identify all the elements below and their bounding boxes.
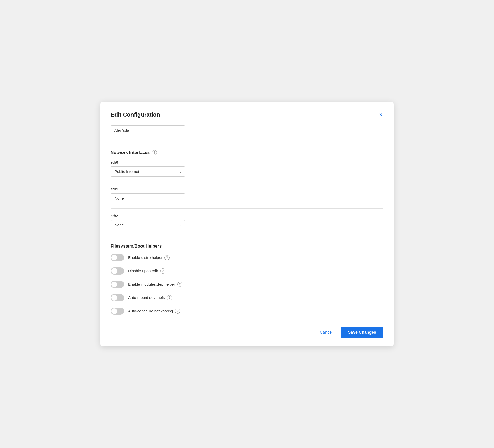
enable-modules-dep-row: Enable modules.dep helper ?	[111, 281, 383, 288]
network-interfaces-help-icon[interactable]: ?	[152, 150, 157, 155]
divider-eth0-eth1	[111, 182, 383, 182]
eth2-group: eth2 None Public Internet ⌄	[111, 214, 383, 230]
eth2-select[interactable]: None Public Internet	[111, 220, 185, 230]
disable-updatedb-slider	[111, 267, 124, 275]
auto-mount-devtmpfs-help-icon[interactable]: ?	[167, 295, 172, 300]
device-select-row: /dev/sda /dev/sdb /dev/sdc ⌄	[111, 125, 383, 135]
eth1-group: eth1 None Public Internet ⌄	[111, 187, 383, 203]
enable-distro-helper-label: Enable distro helper ?	[128, 255, 170, 260]
eth1-select-row: None Public Internet ⌄	[111, 193, 383, 203]
auto-configure-networking-row: Auto-configure networking ?	[111, 308, 383, 315]
auto-mount-devtmpfs-slider	[111, 294, 124, 301]
modal-header: Edit Configuration ×	[100, 102, 394, 125]
eth1-label: eth1	[111, 187, 383, 191]
enable-modules-dep-slider	[111, 281, 124, 288]
eth2-label: eth2	[111, 214, 383, 218]
eth0-select-wrapper: Public Internet None ⌄	[111, 166, 185, 177]
eth2-select-wrapper: None Public Internet ⌄	[111, 220, 185, 230]
eth0-label: eth0	[111, 160, 383, 164]
eth0-select[interactable]: Public Internet None	[111, 166, 185, 177]
device-select-wrapper: /dev/sda /dev/sdb /dev/sdc ⌄	[111, 125, 185, 135]
eth0-select-row: Public Internet None ⌄	[111, 166, 383, 177]
auto-mount-devtmpfs-row: Auto-mount devtmpfs ?	[111, 294, 383, 301]
filesystem-boot-title: Filesystem/Boot Helpers	[111, 244, 383, 249]
enable-distro-helper-slider	[111, 254, 124, 261]
auto-configure-networking-toggle[interactable]	[111, 308, 124, 315]
auto-mount-devtmpfs-toggle[interactable]	[111, 294, 124, 301]
enable-modules-dep-text: Enable modules.dep helper	[128, 282, 175, 286]
network-interfaces-label: Network Interfaces	[111, 150, 150, 155]
close-button[interactable]: ×	[378, 110, 383, 119]
disable-updatedb-help-icon[interactable]: ?	[160, 268, 165, 274]
enable-distro-helper-row: Enable distro helper ?	[111, 254, 383, 261]
eth1-select-wrapper: None Public Internet ⌄	[111, 193, 185, 203]
disable-updatedb-toggle[interactable]	[111, 267, 124, 275]
eth0-group: eth0 Public Internet None ⌄	[111, 160, 383, 177]
divider-2	[111, 236, 383, 236]
enable-modules-dep-toggle[interactable]	[111, 281, 124, 288]
modal-title: Edit Configuration	[111, 111, 160, 118]
modal-body: /dev/sda /dev/sdb /dev/sdc ⌄ Network Int…	[100, 125, 394, 315]
disable-updatedb-text: Disable updatedb	[128, 269, 158, 273]
enable-distro-helper-toggle[interactable]	[111, 254, 124, 261]
auto-configure-networking-text: Auto-configure networking	[128, 309, 173, 313]
filesystem-boot-label: Filesystem/Boot Helpers	[111, 244, 162, 249]
device-select[interactable]: /dev/sda /dev/sdb /dev/sdc	[111, 125, 185, 135]
auto-mount-devtmpfs-text: Auto-mount devtmpfs	[128, 295, 165, 300]
auto-mount-devtmpfs-label: Auto-mount devtmpfs ?	[128, 295, 172, 300]
eth2-select-row: None Public Internet ⌄	[111, 220, 383, 230]
auto-configure-networking-slider	[111, 308, 124, 315]
edit-configuration-modal: Edit Configuration × /dev/sda /dev/sdb /…	[100, 102, 394, 346]
enable-distro-helper-text: Enable distro helper	[128, 255, 162, 260]
divider-1	[111, 143, 383, 143]
auto-configure-networking-label: Auto-configure networking ?	[128, 309, 180, 314]
filesystem-boot-section: Filesystem/Boot Helpers Enable distro he…	[111, 244, 383, 315]
auto-configure-networking-help-icon[interactable]: ?	[175, 309, 180, 314]
enable-distro-helper-help-icon[interactable]: ?	[164, 255, 170, 260]
network-interfaces-section: Network Interfaces ? eth0 Public Interne…	[111, 150, 383, 230]
modal-footer: Cancel Save Changes	[100, 321, 394, 346]
disable-updatedb-label: Disable updatedb ?	[128, 268, 165, 274]
cancel-button[interactable]: Cancel	[316, 328, 337, 337]
divider-eth1-eth2	[111, 208, 383, 209]
save-changes-button[interactable]: Save Changes	[341, 327, 383, 338]
network-interfaces-title: Network Interfaces ?	[111, 150, 383, 155]
disable-updatedb-row: Disable updatedb ?	[111, 267, 383, 275]
enable-modules-dep-help-icon[interactable]: ?	[177, 282, 182, 287]
eth1-select[interactable]: None Public Internet	[111, 193, 185, 203]
enable-modules-dep-label: Enable modules.dep helper ?	[128, 282, 182, 287]
